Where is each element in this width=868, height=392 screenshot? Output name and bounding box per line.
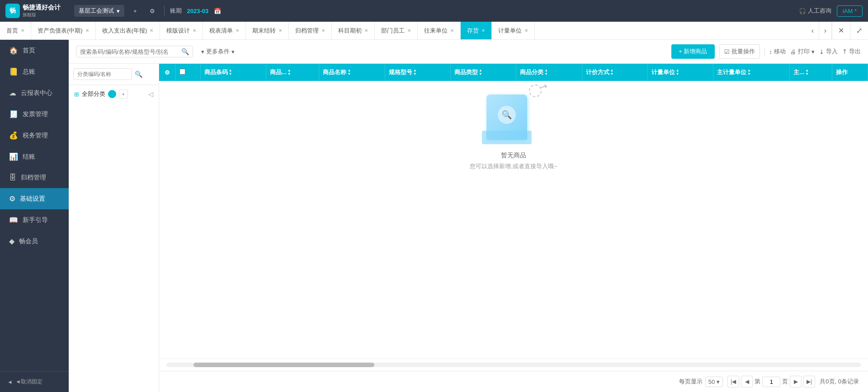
sidebar-item-archive[interactable]: 🗄 归档管理 <box>0 167 69 188</box>
th-type[interactable]: 商品类型 ▲▼ <box>450 64 516 81</box>
tab-next-button[interactable]: › <box>819 22 832 40</box>
move-button[interactable]: ↕ 移动 <box>769 47 786 56</box>
th-name[interactable]: 商品名称 ▲▼ <box>319 64 385 81</box>
category-expand-btn[interactable]: + <box>119 90 128 99</box>
tab-archive[interactable]: 归档管理 ✕ <box>289 22 332 40</box>
tab-close-template[interactable]: ✕ <box>193 28 196 33</box>
add-tab-button[interactable]: + <box>130 6 141 16</box>
sidebar-item-cloud-report[interactable]: ☁ 云报表中心 <box>0 82 69 104</box>
tab-unit[interactable]: 计量单位 ✕ <box>492 22 535 40</box>
th-price-method[interactable]: 计价方式 ▲▼ <box>582 64 647 81</box>
tab-actions: ‹ › ✕ ⤢ <box>807 22 868 40</box>
calendar-icon[interactable]: 📅 <box>214 8 221 14</box>
sort-name[interactable]: ▲▼ <box>347 69 351 76</box>
all-category-item[interactable]: ⊞ 全部分类 + ◁ <box>69 85 159 103</box>
page-size-wrap: 每页显示 50 ▾ <box>679 377 723 387</box>
tab-close-dept[interactable]: ✕ <box>407 28 411 33</box>
sort-spec[interactable]: ▲▼ <box>413 69 417 76</box>
main-search-input[interactable] <box>80 48 179 55</box>
tab-close-balance[interactable]: ✕ <box>85 28 89 33</box>
settings-icon: ⚙ <box>9 194 15 203</box>
tab-prev-button[interactable]: ‹ <box>807 22 819 40</box>
th-unit[interactable]: 计量单位 ▲▼ <box>647 64 713 81</box>
sidebar-item-invoice[interactable]: 🧾 发票管理 <box>0 104 69 125</box>
period-label: 账期 <box>170 7 182 15</box>
page-last-button[interactable]: ▶| <box>803 376 815 387</box>
tab-template[interactable]: 模版设计 ✕ <box>160 22 203 40</box>
main-search-icon[interactable]: 🔍 <box>181 48 189 55</box>
category-search-icon[interactable]: 🔍 <box>135 71 142 78</box>
tab-close-subject[interactable]: ✕ <box>364 28 368 33</box>
th-settings[interactable]: ⚙ <box>159 64 175 81</box>
th-barcode[interactable]: 商品条码 ▲▼ <box>200 64 266 81</box>
select-all-checkbox[interactable] <box>179 69 185 75</box>
sort-code[interactable]: ▲▼ <box>288 69 291 76</box>
sidebar-item-settlement[interactable]: 📊 结账 <box>0 146 69 167</box>
page-prev-button[interactable]: ◀ <box>741 376 753 387</box>
tab-close-period[interactable]: ✕ <box>278 28 282 33</box>
tab-income-statement[interactable]: 收入支出表(年报) ✕ <box>96 22 160 40</box>
gear-icon: ⚙ <box>150 8 155 14</box>
sort-num[interactable]: ▲▼ <box>805 69 809 76</box>
tab-close-archive[interactable]: ✕ <box>321 28 325 33</box>
tab-close-inventory[interactable]: ✕ <box>481 28 485 33</box>
consulting-button[interactable]: 🎧 人工咨询 <box>799 7 831 15</box>
th-code[interactable]: 商品... ▲▼ <box>266 64 319 81</box>
th-num[interactable]: 主... ▲▼ <box>790 64 832 81</box>
export-button[interactable]: ⤒ 导出 <box>842 47 861 56</box>
empty-illustration: 🔍 ↗ <box>477 81 550 144</box>
sort-unit[interactable]: ▲▼ <box>676 69 679 76</box>
horizontal-scrollbar[interactable] <box>166 363 861 367</box>
tab-period-carry[interactable]: 期末结转 ✕ <box>246 22 289 40</box>
tab-partner[interactable]: 往来单位 ✕ <box>418 22 461 40</box>
tab-tax-list[interactable]: 税表清单 ✕ <box>203 22 246 40</box>
tab-close-tax[interactable]: ✕ <box>236 28 239 33</box>
logo-name: 畅捷通好会计 <box>23 4 61 12</box>
page-next-button[interactable]: ▶ <box>790 376 802 387</box>
th-main-unit[interactable]: 主计量单位 ▲▼ <box>713 64 790 81</box>
th-spec[interactable]: 规格型号 ▲▼ <box>385 64 450 81</box>
tab-expand-button[interactable]: ⤢ <box>850 22 868 40</box>
th-checkbox[interactable] <box>175 64 200 81</box>
account-button[interactable]: iAM * <box>837 5 863 17</box>
tab-close-income[interactable]: ✕ <box>150 28 153 33</box>
tab-dept-staff[interactable]: 部门员工 ✕ <box>375 22 418 40</box>
new-item-button[interactable]: + 新增商品 <box>671 44 714 59</box>
tab-subject-init[interactable]: 科目期初 ✕ <box>332 22 375 40</box>
tab-inventory[interactable]: 存货 ✕ <box>461 22 492 40</box>
tab-close-homepage[interactable]: ✕ <box>21 28 24 33</box>
sidebar-item-home[interactable]: 🏠 首页 <box>0 40 69 61</box>
sidebar-unpin-button[interactable]: ◄ ◄取消固定 <box>0 371 69 392</box>
page-size-select[interactable]: 50 ▾ <box>705 377 723 387</box>
sidebar-item-settings[interactable]: ⚙ 基础设置 <box>0 188 69 209</box>
page-number-input[interactable] <box>762 377 780 387</box>
sidebar-item-guide[interactable]: 📖 新手引导 <box>0 209 69 231</box>
sort-category[interactable]: ▲▼ <box>544 69 548 76</box>
settings-button[interactable]: ⚙ <box>146 6 159 16</box>
print-button[interactable]: 🖨 打印 ▾ <box>790 47 815 56</box>
filter-button[interactable]: ▾ 更多条件 ▾ <box>198 46 238 57</box>
tab-close-partner[interactable]: ✕ <box>450 28 454 33</box>
sort-type[interactable]: ▲▼ <box>479 69 482 76</box>
sort-main-unit[interactable]: ▲▼ <box>747 69 751 76</box>
sidebar-label-cloud: 云报表中心 <box>21 89 52 97</box>
sidebar-item-ledger[interactable]: 📒 总账 <box>0 61 69 82</box>
tab-close-unit[interactable]: ✕ <box>524 28 528 33</box>
company-selector[interactable]: 基层工会测试 ▾ <box>74 5 124 17</box>
sidebar-item-member[interactable]: ◆ 畅会员 <box>0 231 69 252</box>
sidebar-item-tax[interactable]: 💰 税务管理 <box>0 125 69 146</box>
th-action: 操作 <box>832 64 868 81</box>
batch-operation-button[interactable]: ☑ 批量操作 <box>719 44 760 59</box>
empty-doc-icon: 🔍 <box>498 106 516 124</box>
sort-price[interactable]: ▲▼ <box>610 69 614 76</box>
tab-close-all-button[interactable]: ✕ <box>832 22 850 40</box>
sort-barcode[interactable]: ▲▼ <box>229 69 232 76</box>
th-category[interactable]: 商品分类 ▲▼ <box>516 64 582 81</box>
tab-homepage[interactable]: 首页 ✕ <box>0 22 31 40</box>
page-first-button[interactable]: |◀ <box>727 376 739 387</box>
category-search-input[interactable] <box>73 68 132 80</box>
sidebar-label-guide: 新手引导 <box>23 216 48 224</box>
import-button[interactable]: ⤓ 导入 <box>819 47 838 56</box>
collapse-panel-icon[interactable]: ◁ <box>148 90 153 98</box>
tab-balance-sheet[interactable]: 资产负债表(中期) ✕ <box>31 22 96 40</box>
